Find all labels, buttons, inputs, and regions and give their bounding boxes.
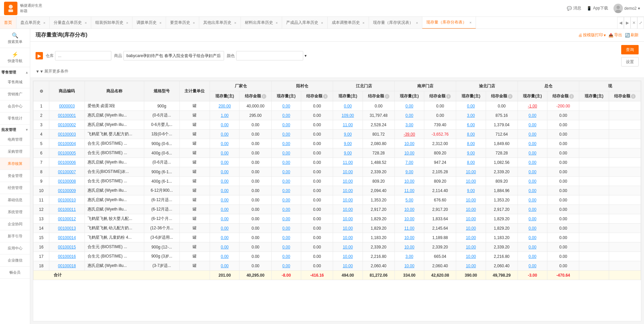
gear-icon[interactable]: ⚙ [39, 89, 44, 94]
qty-link[interactable]: 0.00 [221, 245, 228, 249]
qty-link[interactable]: 0.00 [406, 113, 413, 118]
qty-link[interactable]: 0.00 [221, 160, 228, 165]
qty-link[interactable]: 0.00 [282, 104, 290, 108]
qty-link[interactable]: 0.00 [282, 235, 290, 240]
code-link[interactable]: 00100001 [58, 113, 76, 118]
info-icon[interactable]: i [631, 94, 636, 99]
user-profile-button[interactable]: demo2 ▾ [613, 4, 640, 13]
qty-link[interactable]: 8.00 [467, 132, 475, 137]
close-icon[interactable]: × [43, 21, 45, 25]
info-icon[interactable]: i [262, 94, 266, 99]
qty-link[interactable]: 0.00 [282, 132, 290, 137]
nav-left-arrow[interactable]: ◀ [617, 17, 624, 29]
qty-link[interactable]: -1.00 [528, 104, 537, 108]
sidebar-item-operations[interactable]: 经营管理 [0, 182, 30, 194]
qty-link[interactable]: 10.00 [404, 245, 414, 249]
qty-link[interactable]: 0.00 [529, 198, 536, 202]
qty-link[interactable]: 8.00 [467, 141, 475, 146]
qty-link[interactable]: 0.00 [221, 198, 228, 202]
qty-link[interactable]: 10.00 [404, 217, 414, 221]
qty-link[interactable]: 7.00 [406, 160, 413, 165]
print-button[interactable]: 🖨 按模版打印 ▾ [578, 32, 606, 38]
qty-link[interactable]: 0.00 [529, 179, 536, 184]
sidebar-item-quick[interactable]: ⚡ 快捷导航 [0, 48, 30, 67]
setting-button[interactable]: 设置 [621, 57, 639, 66]
qty-link[interactable]: 10.00 [343, 245, 353, 249]
qty-link[interactable]: 10.00 [343, 226, 353, 231]
close-icon[interactable]: × [321, 21, 323, 25]
code-link[interactable]: 00100018 [58, 264, 76, 268]
qty-link[interactable]: 10.00 [343, 254, 353, 259]
qty-link[interactable]: 0.00 [529, 132, 536, 137]
code-link[interactable]: 00100013 [58, 226, 76, 231]
tab-inventory3[interactable]: 组装拆卸单历史 × [91, 17, 132, 29]
sidebar-item-appcenter[interactable]: 应用中心 [0, 242, 30, 254]
qty-link[interactable]: 11.00 [343, 160, 353, 165]
qty-link[interactable]: 10.00 [404, 207, 414, 212]
tab-inventory4[interactable]: 调拨单历史 × [132, 17, 166, 29]
qty-link[interactable]: 0.00 [529, 170, 536, 174]
qty-link[interactable]: 10.00 [466, 170, 476, 174]
qty-link[interactable]: 10.00 [466, 198, 476, 202]
info-icon[interactable]: i [508, 94, 513, 99]
qty-link[interactable]: 0.00 [282, 207, 290, 212]
qty-link[interactable]: 10.00 [466, 179, 476, 184]
qty-link[interactable]: 200.00 [219, 104, 231, 108]
code-link[interactable]: 00100005 [58, 151, 76, 155]
qty-link[interactable]: 0.00 [282, 151, 290, 155]
qty-link[interactable]: 9.00 [344, 132, 352, 137]
qty-link[interactable]: 0.00 [344, 104, 352, 108]
qty-link[interactable]: 10.00 [404, 235, 414, 240]
sidebar-item-wxwork[interactable]: 企业微信 [0, 254, 30, 267]
close-icon[interactable]: × [159, 21, 161, 25]
info-icon[interactable]: i [385, 94, 389, 99]
nav-right-arrow[interactable]: ▶ [624, 17, 631, 29]
code-link[interactable]: 00100008 [58, 179, 76, 184]
close-icon[interactable]: × [469, 20, 471, 25]
qty-link[interactable]: 0.00 [529, 123, 536, 127]
qty-link[interactable]: 9.00 [467, 151, 475, 155]
qty-link[interactable]: 10.00 [466, 217, 476, 221]
code-link[interactable]: 00100015 [58, 245, 76, 249]
sidebar-item-members[interactable]: 畅会员 [0, 267, 30, 279]
tab-inventory5[interactable]: 要货单历史 × [166, 17, 199, 29]
qty-link[interactable]: 11.00 [404, 226, 414, 231]
qty-link[interactable]: 0.00 [282, 179, 290, 184]
qty-link[interactable]: 0.00 [221, 207, 228, 212]
sidebar-item-retail-stats[interactable]: 零售统计 [0, 112, 30, 125]
sidebar-item-member[interactable]: 会员中心 [0, 100, 30, 112]
code-link[interactable]: 00100014 [58, 235, 76, 240]
nav-close-all[interactable]: ✕ [631, 17, 637, 29]
qty-link[interactable]: 0.00 [282, 170, 290, 174]
qty-link[interactable]: 0.00 [529, 217, 536, 221]
sidebar-group-retail[interactable]: 零售管理 ▲ [0, 67, 30, 76]
qty-link[interactable]: 6.00 [467, 123, 475, 127]
sidebar-item-search[interactable]: 🔍 搜索英单 [0, 29, 30, 48]
qty-link[interactable]: 10.00 [466, 264, 476, 268]
sidebar-item-guide[interactable]: 新手引导 [0, 230, 30, 242]
sidebar-item-finance[interactable]: 资金管理 [0, 170, 30, 182]
info-icon[interactable]: i [569, 94, 574, 99]
code-link[interactable]: 00100004 [58, 141, 76, 146]
tab-inventory11[interactable]: 现存量（库存分布表） × [422, 17, 476, 29]
qty-link[interactable]: 0.00 [529, 160, 536, 165]
qty-link[interactable]: 0.00 [529, 141, 536, 146]
code-link[interactable]: 00100007 [58, 170, 76, 174]
qty-link[interactable]: 10.00 [466, 245, 476, 249]
info-icon[interactable]: i [446, 94, 451, 99]
code-link[interactable]: 00100010 [58, 198, 76, 202]
close-icon[interactable]: × [416, 21, 418, 25]
qty-link[interactable]: 0.00 [221, 151, 228, 155]
code-link[interactable]: 00100009 [58, 188, 76, 193]
qty-link[interactable]: 0.00 [221, 132, 228, 137]
qty-link[interactable]: 109.00 [342, 113, 354, 118]
close-icon[interactable]: × [363, 21, 365, 25]
tab-inventory1[interactable]: 盘点单历史 × [16, 17, 50, 29]
qty-link[interactable]: 0.00 [529, 245, 536, 249]
qty-link[interactable]: 10.00 [466, 207, 476, 212]
qty-link[interactable]: 0.00 [221, 123, 228, 127]
sidebar-item-purchase[interactable]: 采购管理 [0, 146, 30, 158]
qty-link[interactable]: 10.00 [343, 207, 353, 212]
qty-link[interactable]: 0.00 [529, 188, 536, 193]
qty-link[interactable]: 3.00 [467, 113, 475, 118]
